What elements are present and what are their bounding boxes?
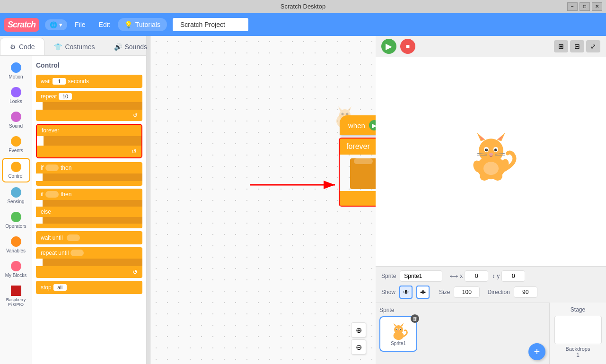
repeat-value[interactable]: 10 [59,93,72,100]
if-block[interactable]: if then [36,162,142,173]
looks-label: Looks [9,99,22,104]
category-sound[interactable]: Sound [2,109,30,131]
svg-point-9 [479,139,503,163]
window-title: Scratch Desktop [281,3,325,10]
forever-workspace-header: forever [340,139,376,155]
forever-palette-block[interactable]: forever [37,125,141,136]
wait-until-block[interactable]: wait until [36,231,142,244]
zoom-in-button[interactable]: ⊕ [351,322,366,338]
costumes-tab-label: Costumes [65,43,95,51]
svg-point-38 [398,330,399,331]
block-panel: Motion Looks Sound Events Control [0,56,146,364]
backdrops-count: 1 [576,352,580,358]
if-else-block[interactable]: if then [36,189,142,200]
close-button[interactable]: ✕ [592,2,602,11]
forever-workspace-inner [350,158,376,189]
window-controls: − □ ✕ [567,2,602,11]
y-input[interactable] [501,270,525,282]
sprite-list-panel: Sprite 🗑 [376,303,549,364]
main-container: ⚙ Code 👕 Costumes 🔊 Sounds Motion [0,36,606,364]
arrow-y-icon: ↕ [492,273,495,279]
category-events[interactable]: Events [2,133,30,156]
drag-arrow-svg [245,171,344,199]
svg-point-16 [485,148,488,151]
minimize-button[interactable]: − [567,2,578,11]
arrow-xy-icon: ⟷ [450,273,458,279]
maximize-button[interactable]: □ [580,2,590,11]
stop-label: stop [41,284,52,291]
add-sprite-button[interactable]: + [528,343,545,360]
right-panel: ▶ ■ ⊞ ⊟ ⤢ [376,36,606,364]
sprite-thumb-sprite1[interactable]: 🗑 Sprite1 [379,316,417,352]
repeat-until-block[interactable]: repeat until [36,247,142,259]
show-hidden-button[interactable]: 👁 [416,286,430,299]
repeat-until-bottom: ↺ [36,266,142,278]
eye-closed-icon: 👁 [421,289,426,295]
stage-mini-title: Stage [571,306,585,313]
tab-costumes[interactable]: 👕 Costumes [44,38,104,55]
large-stage-button[interactable]: ⊟ [570,40,584,52]
category-variables[interactable]: Variables [2,234,30,256]
category-motion[interactable]: Motion [2,60,30,82]
stage-mini-thumbnail [554,316,602,344]
zoom-out-button[interactable]: ⊖ [351,339,366,355]
repeat-block[interactable]: repeat 10 [36,91,142,102]
if-else-bottom [36,224,142,228]
wait-block[interactable]: wait 1 seconds [36,75,142,88]
repeat-arrow: ↺ [133,112,138,119]
code-workspace[interactable]: when ▶ clicked forever ↺ [150,36,376,364]
direction-input[interactable] [514,286,537,298]
tutorials-button[interactable]: 💡 Tutorials [118,18,167,31]
sprite-delete-button[interactable]: 🗑 [411,314,419,323]
stop-value[interactable]: all [53,284,67,291]
small-stage-button[interactable]: ⊞ [554,40,568,52]
fullscreen-button[interactable]: ⤢ [586,40,600,52]
x-input[interactable] [465,270,488,282]
svg-point-31 [394,325,403,334]
green-flag-button[interactable]: ▶ [381,39,396,54]
forever-block-highlighted: forever ↺ [36,124,142,158]
operators-label: Operators [5,224,26,229]
language-selector[interactable]: 🌐 ▾ [45,19,67,30]
svg-marker-11 [497,132,505,141]
edit-menu[interactable]: Edit [93,18,116,31]
sprite-label: Sprite [381,273,396,279]
if-inner [43,173,142,181]
if-else-inner1 [43,200,142,207]
project-name-input[interactable]: Scratch Project [173,18,248,31]
category-operators[interactable]: Operators [2,209,30,232]
backdrops-label: Backdrops [566,346,590,352]
size-input[interactable] [454,286,480,298]
category-control[interactable]: Control [2,158,30,182]
myblocks-dot [11,261,21,271]
file-menu[interactable]: File [69,18,91,31]
tab-code[interactable]: ⚙ Code [0,38,44,55]
category-myblocks[interactable]: My Blocks [2,258,30,281]
sprite-name-input[interactable] [400,270,442,282]
events-label: Events [9,148,23,153]
size-label: Size [439,289,450,295]
if-else-inner2 [43,217,142,224]
category-sensing[interactable]: Sensing [2,184,30,207]
blocks-category-title: Control [36,60,142,71]
show-visible-button[interactable]: 👁 [399,286,413,299]
forever-bottom-palette: ↺ [37,146,141,157]
category-looks[interactable]: Looks [2,84,30,107]
repeat-until-label: repeat until [41,250,69,256]
globe-icon: 🌐 [50,21,57,28]
sounds-tab-label: Sounds [125,43,147,51]
left-panel: ⚙ Code 👕 Costumes 🔊 Sounds Motion [0,36,147,364]
forever-inner-notch [354,158,373,164]
stage-toolbar: ▶ ■ ⊞ ⊟ ⤢ [376,36,606,57]
forever-workspace-footer: ↺ [340,191,376,206]
category-raspi[interactable]: Raspberry Pi GPIO [2,283,30,310]
stop-button[interactable]: ■ [400,39,415,54]
if-else-label: if [41,191,44,198]
else-label-block: else [36,207,142,217]
if-condition [45,165,59,171]
wait-value[interactable]: 1 [53,78,66,85]
forever-label: forever [42,127,59,134]
stage-mini-panel: Stage Backdrops 1 [549,303,606,364]
repeat-inner [43,102,142,110]
stop-block[interactable]: stop all [36,281,142,294]
